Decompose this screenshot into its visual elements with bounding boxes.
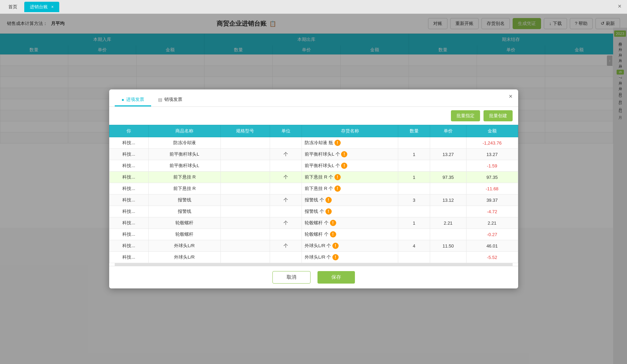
table-row[interactable]: 科技...防冻冷却液防冻冷却液 瓶 !-1,243.76 — [109, 137, 518, 149]
table-cell: 科技... — [109, 229, 148, 240]
table-cell — [270, 229, 302, 240]
table-cell — [398, 160, 430, 172]
modal-close-button[interactable]: × — [509, 93, 513, 100]
stock-name-cell: 前下悬挂 R 个 ! — [302, 172, 398, 183]
app-container: 首页 进销台账 × × 销售成本计算方法： 月平均 商贸企业进销台账 📋 对账 … — [0, 0, 627, 364]
table-cell: 1 — [398, 149, 430, 160]
table-cell: 科技... — [109, 137, 148, 149]
table-row[interactable]: 科技...前平衡杆球头L前平衡杆球头L 个 !-1.59 — [109, 160, 518, 172]
table-cell — [220, 183, 270, 194]
warning-icon: ! — [341, 151, 347, 157]
app-close-button[interactable]: × — [618, 3, 621, 10]
table-cell — [430, 252, 467, 263]
table-cell: 科技... — [109, 206, 148, 217]
table-cell: 报警线 — [148, 194, 220, 206]
table-row[interactable]: 科技...外球头L/R个外球头L/R 个 !411.5046.01 — [109, 240, 518, 252]
table-cell: 科技... — [109, 240, 148, 252]
stock-name-cell: 轮毂螺杆 个 ! — [302, 229, 398, 240]
table-cell — [270, 183, 302, 194]
table-header-单价: 单价 — [430, 125, 467, 137]
table-cell: 97.35 — [430, 172, 467, 183]
table-cell: 科技... — [109, 172, 148, 183]
stock-name-cell: 前平衡杆球头L 个 ! — [302, 160, 398, 172]
table-cell — [398, 137, 430, 149]
warning-icon: ! — [334, 185, 341, 192]
warning-icon: ! — [330, 220, 336, 226]
table-cell: 报警线 — [148, 206, 220, 217]
modal-table-wrapper[interactable]: 你商品名称规格型号单位存货名称数量单价金额 科技...防冻冷却液防冻冷却液 瓶 … — [109, 125, 518, 263]
table-row[interactable]: 科技...前下悬挂 R前下悬挂 R 个 !-11.68 — [109, 183, 518, 194]
tab-ledger[interactable]: 进销台账 × — [24, 2, 59, 12]
table-cell: 13.27 — [466, 149, 518, 160]
table-cell: 46.01 — [466, 240, 518, 252]
table-cell: 前平衡杆球头L — [148, 149, 220, 160]
table-row[interactable]: 科技...外球头L/R外球头L/R 个 !-5.52 — [109, 252, 518, 263]
table-cell — [430, 183, 467, 194]
stock-name-cell: 防冻冷却液 瓶 ! — [302, 137, 398, 149]
warning-icon: ! — [330, 231, 336, 237]
table-header-规格型号: 规格型号 — [220, 125, 270, 137]
table-row[interactable]: 科技...轮毂螺杆个轮毂螺杆 个 !12.212.21 — [109, 217, 518, 229]
table-cell: 2.21 — [466, 217, 518, 229]
table-cell — [398, 252, 430, 263]
table-cell: 3 — [398, 194, 430, 206]
modal-header: ● 进项发票 ▤ 销项发票 × — [109, 89, 518, 107]
table-cell — [430, 229, 467, 240]
batch-assign-button[interactable]: 批量指定 — [451, 110, 480, 121]
table-cell — [430, 160, 467, 172]
table-cell — [220, 137, 270, 149]
main-content: 销售成本计算方法： 月平均 商贸企业进销台账 📋 对账 重新开账 存货别名 生成… — [0, 14, 627, 364]
tab-home[interactable]: 首页 — [3, 2, 23, 12]
table-cell: 39.37 — [466, 194, 518, 206]
modal-dialog: ● 进项发票 ▤ 销项发票 × 批量指定 批量创建 — [109, 89, 518, 288]
table-header-你: 你 — [109, 125, 148, 137]
table-row[interactable]: 科技...报警线个报警线 个 !313.1239.37 — [109, 194, 518, 206]
table-cell: -5.52 — [466, 252, 518, 263]
table-cell — [398, 183, 430, 194]
table-cell: 外球头L/R — [148, 240, 220, 252]
table-cell: 前下悬挂 R — [148, 172, 220, 183]
save-button[interactable]: 保存 — [317, 271, 355, 284]
table-cell: 轮毂螺杆 — [148, 229, 220, 240]
stock-name-cell: 轮毂螺杆 个 ! — [302, 217, 398, 229]
table-cell: 13.27 — [430, 149, 467, 160]
table-row[interactable]: 科技...前下悬挂 R个前下悬挂 R 个 !197.3597.35 — [109, 172, 518, 183]
table-cell — [430, 206, 467, 217]
warning-icon: ! — [332, 254, 339, 260]
table-cell: 防冻冷却液 — [148, 137, 220, 149]
batch-create-button[interactable]: 批量创建 — [484, 110, 513, 121]
tab-ledger-close[interactable]: × — [51, 5, 54, 9]
table-header-商品名称: 商品名称 — [148, 125, 220, 137]
table-cell: -4.72 — [466, 206, 518, 217]
table-cell: 前下悬挂 R — [148, 183, 220, 194]
stock-name-cell: 报警线 个 ! — [302, 206, 398, 217]
table-cell: 科技... — [109, 217, 148, 229]
table-cell: -0.27 — [466, 229, 518, 240]
modal-overlay: ● 进项发票 ▤ 销项发票 × 批量指定 批量创建 — [0, 14, 627, 364]
warning-icon: ! — [325, 197, 332, 203]
warning-icon: ! — [341, 163, 347, 169]
table-cell — [220, 217, 270, 229]
warning-icon: ! — [334, 174, 341, 180]
table-cell: 个 — [270, 149, 302, 160]
table-cell: 轮毂螺杆 — [148, 217, 220, 229]
table-cell: 97.35 — [466, 172, 518, 183]
table-cell: -1.59 — [466, 160, 518, 172]
table-header-存货名称: 存货名称 — [302, 125, 398, 137]
stock-name-cell: 报警线 个 ! — [302, 194, 398, 206]
table-cell — [270, 206, 302, 217]
horizontal-scrollbar[interactable] — [115, 263, 513, 266]
tab-in-invoice[interactable]: ● 进项发票 — [115, 94, 151, 106]
table-cell: 外球头L/R — [148, 252, 220, 263]
table-cell — [430, 137, 467, 149]
table-cell — [220, 172, 270, 183]
table-row[interactable]: 科技...前平衡杆球头L个前平衡杆球头L 个 !113.2713.27 — [109, 149, 518, 160]
table-cell — [270, 137, 302, 149]
table-row[interactable]: 科技...报警线报警线 个 !-4.72 — [109, 206, 518, 217]
table-cell: 科技... — [109, 194, 148, 206]
cancel-button[interactable]: 取消 — [272, 271, 311, 284]
table-cell: 个 — [270, 194, 302, 206]
tab-out-invoice[interactable]: ▤ 销项发票 — [151, 94, 189, 106]
table-row[interactable]: 科技...轮毂螺杆轮毂螺杆 个 !-0.27 — [109, 229, 518, 240]
table-cell — [398, 229, 430, 240]
